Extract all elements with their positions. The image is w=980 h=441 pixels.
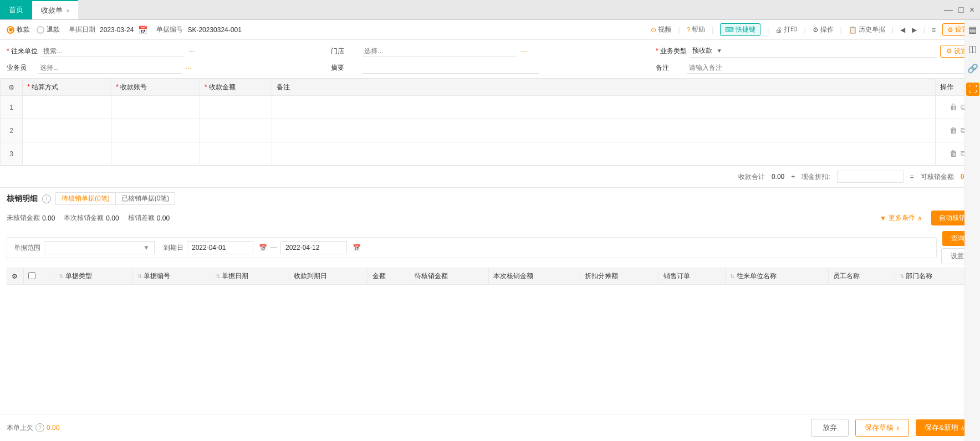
list-view-icon[interactable]: ≡ [932,26,936,34]
info-icon[interactable]: i [42,194,51,203]
partner-more-icon[interactable]: ··· [188,47,195,55]
win-close-icon[interactable]: × [969,5,974,15]
bottom-table-wrap[interactable]: ⚙ ⇅ 单据类型 ⇅ 单据编号 ⇅ 单据日期 [7,268,973,409]
summary-input[interactable] [362,62,539,74]
store-more-icon[interactable]: ··· [520,47,527,55]
table-row: 1 🗑 ⧉ [1,96,980,119]
amount-cell-2[interactable] [200,119,272,142]
col-settle-th: 结算方式 [23,79,111,96]
save-new-chevron-icon: ∧ [961,425,964,431]
unchecked-stat: 未核销金额 0.00 [7,213,55,223]
staff-input[interactable] [38,62,182,74]
due-date-to-input[interactable] [280,241,347,254]
business-type-select[interactable]: 预收款 ▼ [690,44,937,58]
remark-cell-3[interactable] [272,142,936,166]
col-settings-th2[interactable]: ⚙ [7,268,24,285]
save-draft-chevron-icon: ∧ [896,425,900,431]
current-verify-stat: 本次核销金额 0.00 [64,213,119,223]
tab-done[interactable]: 已核销单据(0笔) [115,192,176,205]
amount-cell-3[interactable] [200,142,272,166]
form-row-1: 往来单位 ··· 门店 ··· 业务类型 预收款 ▼ ⚙设置 [7,44,973,58]
remark-input[interactable] [687,62,973,74]
table-row: 3 🗑 ⧉ [1,142,980,166]
amount-cell-1[interactable] [200,96,272,119]
table-row: 2 🗑 ⧉ [1,119,980,142]
shortcut-btn[interactable]: ⌨ 快捷键 [720,23,760,36]
print-btn[interactable]: 🖨 打印 [775,25,797,34]
doc-date-field: 单据日期 2023-03-24 📅 [69,25,147,34]
settle-cell-1[interactable] [23,96,111,119]
video-btn[interactable]: ⊙ 视频 [651,25,671,34]
range-field: 单据范围 ▼ [14,241,155,254]
toolbar-actions: ⊙ 视频 | ? 帮助 | ⌨ 快捷键 | 🖨 打印 | ⚙ 操作 | 📋 历史… [651,23,973,36]
win-minimize-icon[interactable]: — [944,5,953,15]
col-staff-th: 员工名称 [828,268,895,285]
help-btn[interactable]: ? 帮助 [687,25,706,34]
remark-label: 备注 [656,63,683,73]
business-type-label: 业务类型 [656,47,687,56]
summary-label: 摘要 [331,63,359,73]
delete-row-icon-2[interactable]: 🗑 [950,126,957,135]
staff-more-icon[interactable]: ··· [185,64,192,73]
due-date-field: 到期日 📅 — 📅 [164,241,361,254]
calendar-icon[interactable]: 📅 [138,25,147,34]
tab-close-icon[interactable]: × [66,7,69,14]
col-due-date-th: 收款到期日 [289,268,368,285]
win-maximize-icon[interactable]: □ [958,5,964,15]
col-doc-date-th: ⇅ 单据日期 [211,268,289,285]
bottom-bar: 本单上欠 ? 0.00 放弃 保存草稿 ∧ 保存&新增 ∧ [0,414,980,441]
nav-prev-icon[interactable]: ◀ [900,26,905,34]
section-title: 核销明细 i 待核销单据(0笔) 已核销单据(0笔) [7,192,973,205]
due-date-from-input[interactable] [187,241,253,254]
tab-pending[interactable]: 待核销单据(0笔) [55,192,115,205]
top-toolbar: 收款 退款 单据日期 2023-03-24 📅 单据编号 SK-20230324… [0,20,980,40]
partner-field: 往来单位 ··· [7,45,324,57]
operation-btn[interactable]: ⚙ 操作 [813,25,834,34]
col-amount-th: 收款金额 [200,79,272,96]
settle-cell-3[interactable] [23,142,111,166]
nav-next-icon[interactable]: ▶ [912,26,917,34]
account-cell-2[interactable] [111,119,200,142]
remark-cell-2[interactable] [272,119,936,142]
remark-cell-1[interactable] [272,96,936,119]
more-conditions-btn[interactable]: ▼ 更多条件 ∧ [880,213,922,223]
right-panel-table-icon[interactable]: ▤ [968,24,977,35]
right-panel-active-icon[interactable]: ⛶ [966,83,979,96]
tab-receipt[interactable]: 收款单 × [32,0,78,19]
form-section: 往来单位 ··· 门店 ··· 业务类型 预收款 ▼ ⚙设置 [0,40,980,79]
bottom-info-icon[interactable]: ? [35,423,44,432]
delete-row-icon-3[interactable]: 🗑 [950,149,957,158]
settle-cell-2[interactable] [23,119,111,142]
table-section: ⚙ 结算方式 收款账号 收款金额 备注 操作 [0,79,980,166]
radio-refund-dot [37,26,44,34]
business-type-field: 业务类型 预收款 ▼ ⚙设置 [656,44,973,58]
store-field: 门店 ··· [331,45,649,57]
radio-refund[interactable]: 退款 [37,25,60,34]
col-checkbox-th[interactable] [24,268,54,285]
account-cell-3[interactable] [111,142,200,166]
history-btn[interactable]: 📋 历史单据 [849,25,885,34]
discount-input[interactable] [837,171,904,183]
col-sales-order-th: 销售订单 [659,268,726,285]
save-draft-btn[interactable]: 保存草稿 ∧ [855,419,909,437]
tab-home[interactable]: 首页 [0,0,32,19]
bottom-info: 本单上欠 ? 0.00 [7,423,59,433]
right-panel: ▤ ◫ 🔗 ⛶ [964,20,980,441]
calendar-to-icon[interactable]: 📅 [353,244,361,252]
radio-receipt[interactable]: 收款 [7,25,30,34]
range-select[interactable]: ▼ [44,241,155,254]
col-settings-th[interactable]: ⚙ [1,79,23,96]
account-cell-1[interactable] [111,96,200,119]
store-input[interactable] [362,45,517,57]
doc-num-field: 单据编号 SK-20230324-001 [156,25,241,34]
verification-tabs: 待核销单据(0笔) 已核销单据(0笔) [55,192,175,205]
delete-row-icon-1[interactable]: 🗑 [950,102,957,112]
stats-row: 未核销金额 0.00 本次核销金额 0.00 核销差额 0.00 ▼ 更多条件 … [7,208,973,228]
abandon-btn[interactable]: 放弃 [811,419,849,437]
right-panel-layout-icon[interactable]: ◫ [968,44,977,54]
range-chevron-icon: ▼ [143,244,150,252]
calendar-from-icon[interactable]: 📅 [259,244,267,252]
right-panel-attach-icon[interactable]: 🔗 [967,63,978,74]
select-all-checkbox[interactable] [28,272,35,279]
partner-input[interactable] [41,45,185,57]
